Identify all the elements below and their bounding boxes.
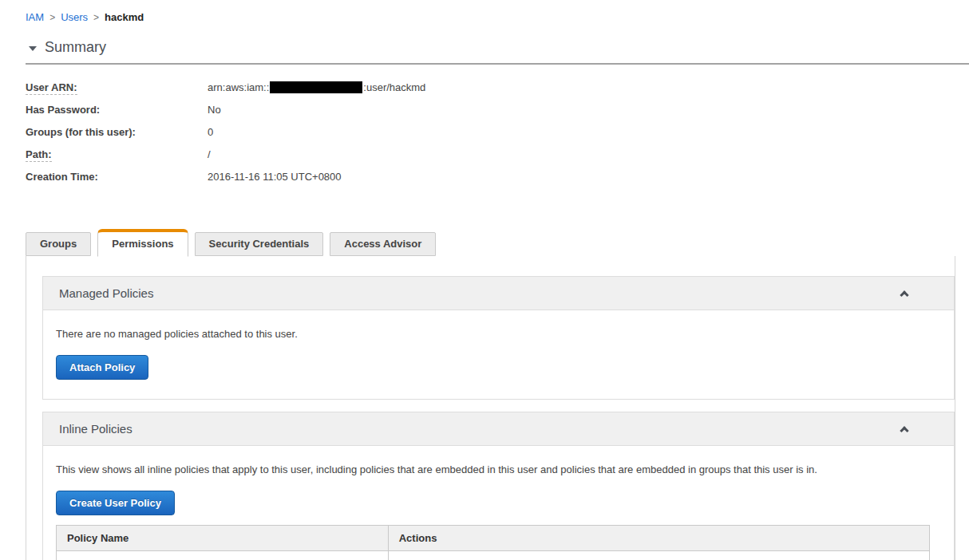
managed-policies-body: There are no managed policies attached t… <box>43 310 954 399</box>
policy-name-cell: policygen-hackmd-201611161111 <box>57 551 389 560</box>
breadcrumb-separator: > <box>93 12 99 23</box>
inline-policies-table: Policy Name Actions policygen-hackmd-201… <box>56 525 930 560</box>
tab-content-panel: Managed Policies There are no managed po… <box>26 256 955 560</box>
creation-time-value: 2016-11-16 11:05 UTC+0800 <box>208 166 342 188</box>
table-row: policygen-hackmd-201611161111 Show Polic… <box>57 551 930 560</box>
create-user-policy-button[interactable]: Create User Policy <box>56 491 175 515</box>
actions-cell: Show Policy|Edit Policy|Remove Policy|Si… <box>388 551 929 560</box>
summary-field-row-path: Path: / <box>26 144 969 166</box>
summary-field-row-groups: Groups (for this user): 0 <box>26 121 969 144</box>
groups-label: Groups (for this user): <box>26 121 208 144</box>
user-arn-prefix: arn:aws:iam:: <box>208 81 269 93</box>
tab-permissions[interactable]: Permissions <box>97 229 188 257</box>
breadcrumb-link-users[interactable]: Users <box>61 11 88 23</box>
summary-field-row-creation-time: Creation Time: 2016-11-16 11:05 UTC+0800 <box>26 166 969 188</box>
policy-name-column-header: Policy Name <box>57 526 389 551</box>
tab-access-advisor[interactable]: Access Advisor <box>330 232 436 256</box>
managed-policies-title: Managed Policies <box>59 286 153 300</box>
summary-section-header: Summary <box>26 39 969 65</box>
managed-policies-section: Managed Policies There are no managed po… <box>42 276 955 400</box>
chevron-up-icon[interactable] <box>900 290 908 299</box>
managed-policies-header[interactable]: Managed Policies <box>43 277 954 310</box>
actions-column-header: Actions <box>388 526 929 551</box>
groups-value: 0 <box>208 121 213 144</box>
breadcrumb-separator: > <box>49 12 55 23</box>
redacted-account-id <box>270 81 362 93</box>
summary-fields: User ARN: arn:aws:iam:::user/hackmd Has … <box>26 77 969 188</box>
collapse-triangle-icon[interactable] <box>29 46 37 51</box>
summary-title: Summary <box>45 39 106 56</box>
path-value: / <box>208 144 211 166</box>
table-header-row: Policy Name Actions <box>57 526 930 551</box>
chevron-up-icon[interactable] <box>900 426 908 435</box>
tab-groups[interactable]: Groups <box>26 232 91 256</box>
inline-policies-title: Inline Policies <box>59 422 132 436</box>
breadcrumb: IAM>Users>hackmd <box>0 0 969 23</box>
creation-time-label: Creation Time: <box>26 166 208 188</box>
summary-field-row-has-password: Has Password: No <box>26 99 969 121</box>
inline-policies-body: This view shows all inline policies that… <box>43 446 954 560</box>
managed-policies-empty-message: There are no managed policies attached t… <box>56 327 941 341</box>
user-arn-label: User ARN: <box>26 77 208 99</box>
attach-policy-button[interactable]: Attach Policy <box>56 355 148 380</box>
has-password-value: No <box>208 99 221 121</box>
tab-bar: Groups Permissions Security Credentials … <box>26 229 969 256</box>
inline-policies-description: This view shows all inline policies that… <box>56 463 941 476</box>
inline-policies-section: Inline Policies This view shows all inli… <box>42 412 955 560</box>
user-arn-value: arn:aws:iam:::user/hackmd <box>208 77 425 99</box>
has-password-label: Has Password: <box>26 99 208 121</box>
breadcrumb-current-user: hackmd <box>105 11 144 23</box>
tab-security-credentials[interactable]: Security Credentials <box>195 232 324 256</box>
user-arn-suffix: :user/hackmd <box>363 81 425 93</box>
inline-policies-header[interactable]: Inline Policies <box>43 412 954 446</box>
path-label: Path: <box>26 144 208 166</box>
summary-field-row-user-arn: User ARN: arn:aws:iam:::user/hackmd <box>26 77 969 99</box>
breadcrumb-link-iam[interactable]: IAM <box>26 11 44 23</box>
